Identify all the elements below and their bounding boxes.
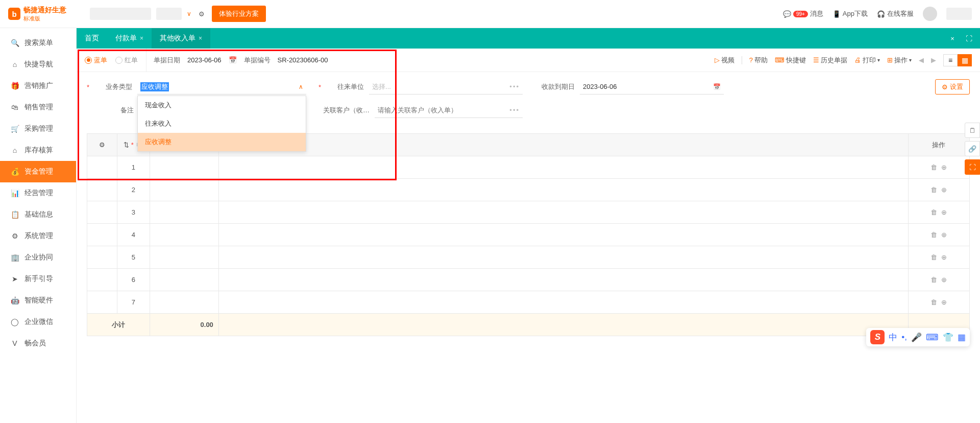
calendar-icon[interactable]: 📅 bbox=[229, 56, 237, 64]
ime-punct-icon[interactable]: •, bbox=[901, 332, 907, 342]
delete-row-button[interactable]: 🗑 bbox=[930, 208, 937, 216]
view-list-button[interactable]: ≡ bbox=[943, 54, 958, 66]
table-row[interactable]: 4🗑⊕ bbox=[87, 224, 970, 246]
sidebar-item-label: 畅会员 bbox=[24, 339, 46, 348]
subtotal-label: 小计 bbox=[87, 314, 150, 336]
sidebar-item-search-menu[interactable]: 🔍搜索菜单 bbox=[0, 32, 76, 54]
tab-other-income[interactable]: 其他收入单× bbox=[152, 28, 210, 49]
delete-row-button[interactable]: 🗑 bbox=[930, 186, 937, 194]
sidebar: 🔍搜索菜单 ⌂快捷导航 🎁营销推广 🛍销售管理 🛒采购管理 ⌂库存核算 💰资金管… bbox=[0, 28, 77, 423]
delete-row-button[interactable]: 🗑 bbox=[930, 253, 937, 261]
sidebar-item-wechat[interactable]: ◯企业微信 bbox=[0, 311, 76, 333]
prev-doc-button[interactable]: ◀ bbox=[919, 56, 924, 64]
trial-industry-button[interactable]: 体验行业方案 bbox=[212, 6, 266, 22]
user-avatar[interactable] bbox=[923, 7, 937, 21]
report-icon: 📊 bbox=[10, 189, 19, 198]
account-selector[interactable]: ∨ bbox=[90, 8, 191, 20]
view-card-button[interactable]: ▦ bbox=[958, 54, 972, 66]
table-row[interactable]: 3🗑⊕ bbox=[87, 201, 970, 224]
settings-button[interactable]: ⚙ 设置 bbox=[935, 79, 970, 95]
vip-icon: V bbox=[10, 339, 19, 348]
more-icon[interactable]: ••• bbox=[509, 106, 520, 114]
copy-row-button[interactable]: ⊕ bbox=[941, 253, 947, 261]
dropdown-option-receivable-adjust[interactable]: 应收调整 bbox=[138, 133, 306, 151]
sidebar-item-system[interactable]: ⚙系统管理 bbox=[0, 225, 76, 247]
copy-row-button[interactable]: ⊕ bbox=[941, 231, 947, 239]
sidebar-item-marketing[interactable]: 🎁营销推广 bbox=[0, 75, 76, 97]
sidebar-item-enterprise[interactable]: 🏢企业协同 bbox=[0, 247, 76, 268]
ime-lang-label[interactable]: 中 bbox=[889, 332, 897, 343]
sidebar-item-newbie[interactable]: ➤新手引导 bbox=[0, 268, 76, 290]
copy-row-button[interactable]: ⊕ bbox=[941, 208, 947, 216]
gear-icon[interactable]: ⚙ bbox=[199, 10, 205, 18]
delete-row-button[interactable]: 🗑 bbox=[930, 231, 937, 239]
rail-note-button[interactable]: 🗒 bbox=[965, 123, 980, 138]
relate-customer-input[interactable]: ••• bbox=[375, 103, 523, 118]
biz-type-select[interactable]: 应收调整 ∧ 现金收入 往来收入 应收调整 bbox=[137, 79, 306, 95]
print-button[interactable]: 🖨打印▾ bbox=[854, 56, 880, 65]
sidebar-item-member[interactable]: V畅会员 bbox=[0, 333, 76, 354]
ime-keyboard-icon[interactable]: ⌨ bbox=[926, 332, 939, 343]
tab-close-all-button[interactable]: × bbox=[946, 32, 959, 44]
row-number: 4 bbox=[117, 224, 150, 246]
ime-toolbar[interactable]: S 中 •, 🎤 ⌨ 👕 ▦ bbox=[866, 328, 970, 346]
table-row[interactable]: 1🗑⊕ bbox=[87, 156, 970, 179]
history-link[interactable]: ☰历史单据 bbox=[813, 56, 847, 65]
online-service-link[interactable]: 🎧 在线客服 bbox=[877, 9, 914, 18]
ime-menu-icon[interactable]: ▦ bbox=[958, 332, 966, 343]
ime-skin-icon[interactable]: 👕 bbox=[943, 332, 953, 343]
gear-column-header[interactable]: ⚙ bbox=[87, 134, 117, 156]
shortcut-link[interactable]: ⌨快捷键 bbox=[775, 56, 806, 65]
sidebar-item-purchase[interactable]: 🛒采购管理 bbox=[0, 118, 76, 139]
app-download-link[interactable]: 📱 App下载 bbox=[832, 9, 868, 18]
operate-button[interactable]: ⊞操作▾ bbox=[887, 56, 912, 65]
messages-link[interactable]: 💬 99+ 消息 bbox=[783, 9, 823, 18]
next-doc-button[interactable]: ▶ bbox=[931, 56, 936, 64]
right-rail: 🗒 🔗 ⛶ bbox=[965, 123, 980, 175]
logo-icon: b bbox=[8, 8, 20, 20]
copy-row-button[interactable]: ⊕ bbox=[941, 276, 947, 284]
copy-row-button[interactable]: ⊕ bbox=[941, 298, 947, 306]
sidebar-item-operation[interactable]: 📊经营管理 bbox=[0, 182, 76, 204]
close-icon[interactable]: × bbox=[199, 35, 202, 42]
sidebar-item-basic-info[interactable]: 📋基础信息 bbox=[0, 204, 76, 225]
video-link[interactable]: ▷视频 bbox=[715, 56, 734, 65]
more-icon[interactable]: ••• bbox=[509, 83, 520, 90]
related-unit-select[interactable]: 选择... ••• bbox=[369, 79, 523, 95]
required-mark: * bbox=[318, 83, 321, 91]
tab-home[interactable]: 首页 bbox=[77, 28, 107, 49]
table-row[interactable]: 2🗑⊕ bbox=[87, 179, 970, 201]
table-row[interactable]: 7🗑⊕ bbox=[87, 291, 970, 314]
sidebar-item-fund[interactable]: 💰资金管理 bbox=[0, 161, 76, 182]
dropdown-option-cash[interactable]: 现金收入 bbox=[138, 96, 306, 114]
rail-expand-button[interactable]: ⛶ bbox=[965, 159, 980, 175]
sidebar-item-hardware[interactable]: 🤖智能硬件 bbox=[0, 290, 76, 311]
delete-row-button[interactable]: 🗑 bbox=[930, 298, 937, 306]
sidebar-item-sales[interactable]: 🛍销售管理 bbox=[0, 97, 76, 118]
close-icon[interactable]: × bbox=[140, 35, 143, 42]
delete-row-button[interactable]: 🗑 bbox=[930, 163, 937, 171]
field-value: 2023-06-06 bbox=[583, 83, 617, 90]
table-row[interactable]: 6🗑⊕ bbox=[87, 269, 970, 291]
copy-row-button[interactable]: ⊕ bbox=[941, 186, 947, 194]
relate-customer-text-input[interactable] bbox=[378, 106, 509, 114]
radio-blue[interactable]: 蓝单 bbox=[85, 56, 107, 65]
sidebar-item-inventory[interactable]: ⌂库存核算 bbox=[0, 139, 76, 161]
delete-row-button[interactable]: 🗑 bbox=[930, 276, 937, 284]
help-link[interactable]: ?帮助 bbox=[749, 56, 768, 65]
table-row[interactable]: 5🗑⊕ bbox=[87, 246, 970, 269]
rail-attach-button[interactable]: 🔗 bbox=[965, 141, 980, 156]
calendar-icon[interactable]: 📅 bbox=[713, 83, 721, 90]
due-date-input[interactable]: 2023-06-06 📅 bbox=[580, 79, 724, 95]
logo: b 畅捷通好生意 标准版 bbox=[8, 6, 80, 22]
tab-payment[interactable]: 付款单× bbox=[107, 28, 152, 49]
doc-date-value[interactable]: 2023-06-06 bbox=[187, 56, 222, 64]
sidebar-item-label: 采购管理 bbox=[24, 124, 53, 133]
ime-mic-icon[interactable]: 🎤 bbox=[911, 332, 922, 343]
radio-red[interactable]: 红单 bbox=[115, 56, 138, 65]
sidebar-item-quick-nav[interactable]: ⌂快捷导航 bbox=[0, 54, 76, 75]
dropdown-option-intercourse[interactable]: 往来收入 bbox=[138, 114, 306, 133]
tab-fullscreen-button[interactable]: ⛶ bbox=[963, 32, 975, 44]
copy-row-button[interactable]: ⊕ bbox=[941, 163, 947, 171]
sidebar-item-label: 新手引导 bbox=[24, 274, 53, 284]
